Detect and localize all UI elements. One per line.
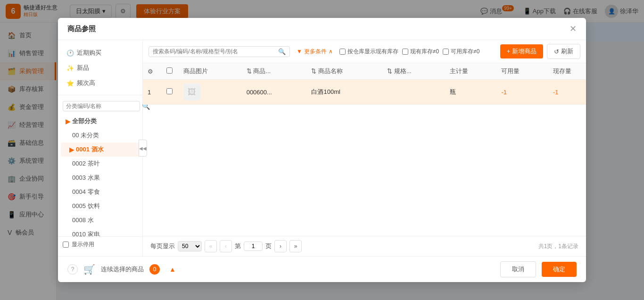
- left-panel-collapse-button[interactable]: ◀◀: [139, 140, 147, 157]
- modal-header: 商品参照 ✕: [58, 18, 586, 40]
- tree-item-unclassified-label: 00 未分类: [72, 131, 99, 140]
- col-checkbox: [162, 63, 179, 80]
- col-code[interactable]: ⇅ 商品...: [242, 63, 307, 80]
- tree-item-appliance[interactable]: 0010 家电: [61, 227, 140, 236]
- col-unit: 主计量: [445, 63, 497, 80]
- right-panel: 🔍 ▼ 更多条件 ∧ 按仓库显示现有库存 现有库存≠0: [143, 40, 586, 256]
- modal-close-button[interactable]: ✕: [570, 24, 577, 34]
- tree-item-snack-label: 0004 零食: [72, 188, 100, 196]
- cell-image: 🖼: [179, 80, 242, 105]
- tree-item-unclassified[interactable]: 00 未分类: [61, 128, 140, 142]
- clock-icon: 🕐: [66, 50, 74, 57]
- first-page-button[interactable]: «: [205, 240, 217, 252]
- confirm-button[interactable]: 确定: [542, 262, 577, 277]
- by-warehouse-label: 按仓库显示现有库存: [347, 48, 398, 56]
- select-all-checkbox[interactable]: [166, 67, 173, 74]
- show-disabled-label: 显示停用: [72, 241, 94, 249]
- modal-body: 🕐 近期购买 ✨ 新品 ⭐ 频次高 🔍: [58, 40, 586, 256]
- cell-unit: 瓶: [445, 80, 497, 105]
- tree-item-fruit[interactable]: 0003 水果: [61, 171, 140, 185]
- next-page-button[interactable]: ›: [274, 240, 287, 252]
- tree-item-snack[interactable]: 0004 零食: [61, 185, 140, 199]
- frequent-items[interactable]: ⭐ 频次高: [62, 76, 139, 90]
- star-icon: ⭐: [66, 80, 74, 87]
- cell-spec: [382, 80, 445, 105]
- total-info: 共1页，1条记录: [538, 242, 578, 250]
- search-toolbar: 🔍 ▼ 更多条件 ∧ 按仓库显示现有库存 现有库存≠0: [143, 40, 586, 63]
- tree-arrow-all: ▶: [66, 118, 70, 125]
- tree-arrow-liquor: ▶: [69, 146, 74, 153]
- cell-checkbox: [162, 80, 179, 105]
- more-filters-button[interactable]: ▼ 更多条件 ∧: [294, 48, 336, 56]
- col-image: 商品图片: [179, 63, 242, 80]
- product-search-bar: 🔍: [149, 46, 290, 57]
- more-filters-label: 更多条件: [304, 48, 327, 56]
- pagination: 每页显示 50 10 20 100 « ‹ 第 页 › » 共1页，1条记录: [143, 236, 586, 256]
- continuous-select-label: 连续选择的商品: [101, 265, 144, 274]
- filter-chevron-icon: ∧: [329, 48, 333, 55]
- prev-page-button[interactable]: ‹: [220, 240, 232, 252]
- col-available: 可用量: [496, 63, 548, 80]
- page-size-label: 每页显示: [150, 242, 175, 250]
- refresh-icon: ↺: [554, 48, 559, 55]
- category-search-input[interactable]: [63, 101, 140, 111]
- product-reference-modal: 商品参照 ✕ 🕐 近期购买 ✨ 新品 ⭐ 频次高: [58, 18, 586, 282]
- tree-item-water-label: 0008 水: [72, 216, 94, 225]
- search-icon[interactable]: 🔍: [278, 48, 286, 55]
- recent-purchases-item[interactable]: 🕐 近期购买: [62, 46, 139, 60]
- cart-count-badge: 0: [149, 264, 160, 275]
- available-stock-checkbox[interactable]: [402, 49, 408, 55]
- by-warehouse-checkbox[interactable]: [339, 49, 346, 55]
- modal-overlay: 商品参照 ✕ 🕐 近期购买 ✨ 新品 ⭐ 频次高: [0, 0, 644, 300]
- new-products-label: 新品: [77, 64, 89, 72]
- tree-item-water[interactable]: 0008 水: [61, 213, 140, 227]
- product-image: 🖼: [183, 83, 200, 100]
- refresh-label: 刷新: [561, 47, 573, 56]
- tree-item-beverage-label: 0005 饮料: [72, 202, 100, 210]
- by-warehouse-checkbox-group: 按仓库显示现有库存: [339, 48, 398, 56]
- tree-item-appliance-label: 0010 家电: [72, 230, 100, 236]
- cancel-button[interactable]: 取消: [500, 261, 536, 277]
- usable-stock-label: 可用库存≠0: [451, 48, 479, 56]
- tree-item-fruit-label: 0003 水果: [72, 174, 100, 182]
- filter-icon: ▼: [297, 48, 302, 55]
- refresh-button[interactable]: ↺ 刷新: [547, 44, 580, 59]
- modal-title: 商品参照: [67, 25, 96, 33]
- cell-stock: -1: [548, 80, 586, 105]
- tree-item-beverage[interactable]: 0005 饮料: [61, 199, 140, 213]
- col-settings[interactable]: ⚙: [143, 63, 162, 80]
- tree-item-tea-label: 0002 茶叶: [72, 159, 100, 168]
- last-page-button[interactable]: »: [289, 240, 302, 252]
- row-checkbox[interactable]: [166, 88, 173, 94]
- cell-available: -1: [496, 80, 548, 105]
- show-disabled-checkbox[interactable]: [63, 242, 69, 248]
- tree-item-liquor[interactable]: ▶ 0001 酒水: [61, 142, 140, 157]
- new-icon: ✨: [66, 65, 74, 72]
- collapse-left-icon: ◀◀: [139, 146, 147, 151]
- tree-item-tea[interactable]: 0002 茶叶: [61, 157, 140, 171]
- help-button[interactable]: ?: [67, 264, 78, 275]
- cell-code: 000600...: [242, 80, 307, 105]
- usable-stock-checkbox[interactable]: [443, 49, 449, 55]
- footer-collapse-button[interactable]: ▲: [169, 266, 176, 273]
- left-panel: 🕐 近期购买 ✨ 新品 ⭐ 频次高 🔍: [58, 40, 143, 256]
- tree-item-all[interactable]: ▶ 全部分类: [61, 114, 140, 128]
- recent-purchases-label: 近期购买: [77, 49, 101, 57]
- col-name[interactable]: ⇅ 商品名称: [306, 63, 382, 80]
- new-products-item[interactable]: ✨ 新品: [62, 61, 139, 75]
- add-product-button[interactable]: + 新增商品: [500, 44, 543, 58]
- current-page-input[interactable]: [244, 242, 263, 251]
- tree-item-liquor-label: 0001 酒水: [76, 145, 104, 154]
- cell-num: 1: [143, 80, 162, 105]
- page-size-select[interactable]: 50 10 20 100: [178, 241, 202, 251]
- page-unit: 页: [265, 242, 272, 250]
- table-row[interactable]: 1 🖼 000600... 白酒100ml 瓶 -1 -1: [143, 80, 586, 105]
- usable-stock-checkbox-group: 可用库存≠0: [443, 48, 479, 56]
- category-tree: ▶ 全部分类 00 未分类 ▶ 0001 酒水 0002 茶叶 0003 水果: [58, 114, 142, 236]
- col-stock: 现存量: [548, 63, 586, 80]
- modal-footer: ? 🛒 连续选择的商品 0 ▲ 取消 确定: [58, 256, 586, 282]
- page-label: 第: [235, 242, 241, 250]
- col-spec[interactable]: ⇅ 规格...: [382, 63, 445, 80]
- available-stock-label: 现有库存≠0: [410, 48, 439, 56]
- product-search-input[interactable]: [153, 48, 276, 55]
